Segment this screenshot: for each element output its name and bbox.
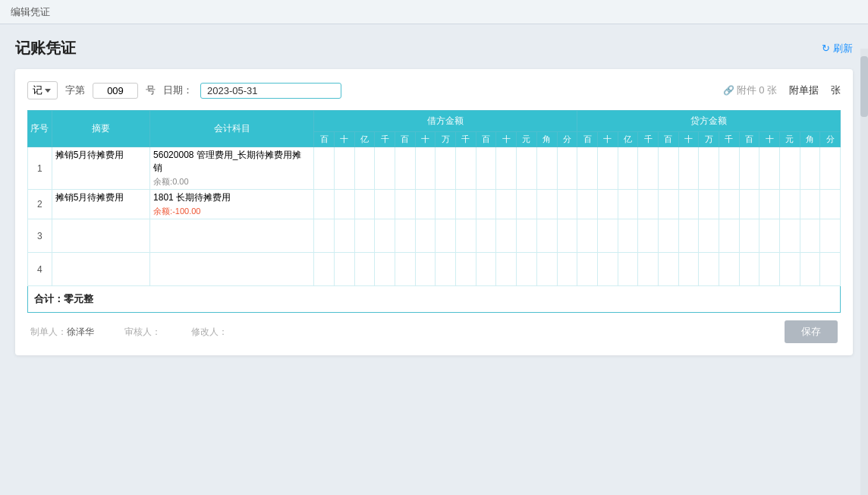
cell-credit-8[interactable] [739,147,760,190]
cell-debit-1[interactable] [335,147,355,190]
cell-credit-10[interactable] [779,147,800,190]
cell-debit-12[interactable] [557,253,577,286]
cell-debit-1[interactable] [335,253,355,286]
cell-credit-7[interactable] [719,219,739,253]
cell-credit-4[interactable] [658,190,678,219]
cell-credit-2[interactable] [618,147,638,190]
cell-credit-4[interactable] [658,147,678,190]
cell-credit-8[interactable] [739,219,760,253]
cell-debit-0[interactable] [314,190,335,219]
cell-credit-7[interactable] [719,147,739,190]
cell-credit-3[interactable] [638,147,659,190]
cell-debit-12[interactable] [557,190,577,219]
cell-credit-12[interactable] [820,147,841,190]
cell-credit-12[interactable] [820,253,841,286]
cell-debit-2[interactable] [354,253,375,286]
refresh-button[interactable]: ↻ 刷新 [822,42,853,55]
cell-credit-11[interactable] [800,147,820,190]
cell-credit-5[interactable] [678,253,699,286]
cell-debit-7[interactable] [456,219,476,253]
cell-debit-4[interactable] [395,253,416,286]
cell-debit-6[interactable] [436,190,456,219]
cell-summary[interactable]: 摊销5月待摊费用 [52,147,149,190]
cell-debit-9[interactable] [496,253,517,286]
cell-credit-0[interactable] [577,147,598,190]
save-button[interactable]: 保存 [785,320,838,343]
cell-credit-1[interactable] [597,219,618,253]
cell-debit-4[interactable] [395,147,416,190]
cell-credit-4[interactable] [658,253,678,286]
cell-credit-8[interactable] [739,253,760,286]
cell-credit-2[interactable] [618,253,638,286]
table-row[interactable]: 1摊销5月待摊费用56020008 管理费用_长期待摊费用摊销余额:0.00 [28,147,841,190]
cell-credit-10[interactable] [779,253,800,286]
cell-credit-6[interactable] [699,219,719,253]
ji-select[interactable]: 记 [27,81,58,99]
cell-account[interactable]: 1801 长期待摊费用余额:-100.00 [150,190,314,219]
cell-debit-3[interactable] [375,190,395,219]
scrollbar-thumb[interactable] [860,56,868,117]
cell-credit-1[interactable] [597,147,618,190]
cell-debit-11[interactable] [536,147,557,190]
table-row[interactable]: 2摊销5月待摊费用1801 长期待摊费用余额:-100.00 [28,190,841,219]
cell-debit-6[interactable] [436,253,456,286]
cell-debit-8[interactable] [476,190,496,219]
cell-debit-5[interactable] [415,190,436,219]
cell-credit-12[interactable] [820,219,841,253]
cell-debit-9[interactable] [496,219,517,253]
cell-credit-9[interactable] [760,190,780,219]
cell-credit-3[interactable] [638,219,659,253]
cell-credit-6[interactable] [699,147,719,190]
cell-credit-1[interactable] [597,190,618,219]
cell-debit-9[interactable] [496,190,517,219]
cell-credit-3[interactable] [638,253,659,286]
cell-credit-5[interactable] [678,147,699,190]
cell-debit-2[interactable] [354,190,375,219]
cell-debit-3[interactable] [375,219,395,253]
cell-credit-4[interactable] [658,219,678,253]
cell-credit-7[interactable] [719,253,739,286]
cell-debit-7[interactable] [456,147,476,190]
cell-debit-11[interactable] [536,253,557,286]
cell-debit-5[interactable] [415,147,436,190]
cell-debit-3[interactable] [375,253,395,286]
cell-debit-12[interactable] [557,219,577,253]
cell-debit-6[interactable] [436,147,456,190]
table-row[interactable]: 3 [28,219,841,253]
cell-debit-2[interactable] [354,219,375,253]
cell-debit-7[interactable] [456,190,476,219]
fudanju-label[interactable]: 附单据 [789,84,819,97]
cell-credit-6[interactable] [699,253,719,286]
cell-debit-8[interactable] [476,253,496,286]
cell-credit-6[interactable] [699,190,719,219]
cell-debit-2[interactable] [354,147,375,190]
cell-debit-12[interactable] [557,147,577,190]
cell-credit-10[interactable] [779,190,800,219]
cell-debit-0[interactable] [314,253,335,286]
date-input[interactable] [200,83,341,99]
cell-credit-1[interactable] [597,253,618,286]
scrollbar[interactable] [860,49,868,495]
cell-debit-0[interactable] [314,219,335,253]
cell-debit-4[interactable] [395,219,416,253]
cell-credit-2[interactable] [618,190,638,219]
cell-credit-0[interactable] [577,253,598,286]
cell-credit-2[interactable] [618,219,638,253]
cell-credit-5[interactable] [678,219,699,253]
cell-debit-5[interactable] [415,219,436,253]
cell-debit-3[interactable] [375,147,395,190]
cell-summary[interactable] [52,219,149,253]
cell-debit-10[interactable] [517,147,537,190]
cell-debit-7[interactable] [456,253,476,286]
cell-credit-12[interactable] [820,190,841,219]
cell-summary[interactable] [52,253,149,286]
cell-debit-1[interactable] [335,190,355,219]
cell-account[interactable]: 56020008 管理费用_长期待摊费用摊销余额:0.00 [150,147,314,190]
cell-credit-8[interactable] [739,190,760,219]
cell-debit-5[interactable] [415,253,436,286]
cell-account[interactable] [150,253,314,286]
cell-credit-0[interactable] [577,190,598,219]
cell-credit-9[interactable] [760,219,780,253]
cell-debit-10[interactable] [517,219,537,253]
cell-account[interactable] [150,219,314,253]
